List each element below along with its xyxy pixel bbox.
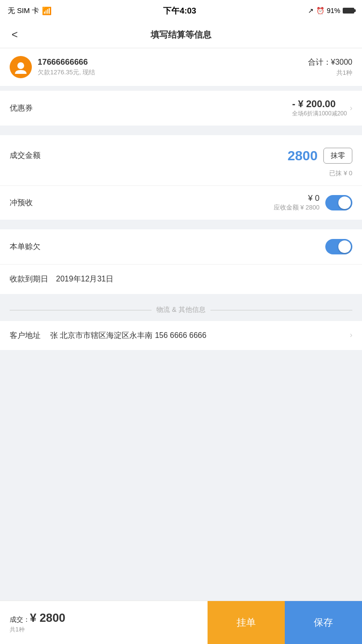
battery-icon xyxy=(343,8,354,14)
empty-space xyxy=(0,350,362,447)
coupon-desc: 全场6折满1000减200 xyxy=(292,110,347,118)
address-chevron-icon: › xyxy=(350,330,352,339)
bottom-deal-amount: ¥ 2800 xyxy=(30,611,65,624)
avatar xyxy=(10,56,32,78)
precollect-toggle-knob xyxy=(338,196,351,209)
duedate-section: 收款到期日 2019年12月31日 xyxy=(0,264,362,294)
precollect-toggle[interactable] xyxy=(325,195,352,210)
round-off-button[interactable]: 抹零 xyxy=(323,148,352,164)
debt-section: 本单赊欠 xyxy=(0,229,362,264)
status-right: ↗ ⏰ 91% xyxy=(308,7,354,14)
user-right: 合计：¥3000 共1种 xyxy=(308,57,353,77)
coupon-row[interactable]: 优惠券 - ¥ 200.00 全场6折满1000减200 › xyxy=(0,91,362,126)
page-title: 填写结算等信息 xyxy=(151,29,211,41)
avatar-icon xyxy=(14,60,28,74)
user-debt: 欠款1276.35元, 现结 xyxy=(38,68,95,77)
bottom-count: 共1种 xyxy=(10,626,198,634)
nav-bar: < 填写结算等信息 xyxy=(0,21,362,48)
svg-point-0 xyxy=(17,62,24,69)
debt-label: 本单赊欠 xyxy=(10,242,41,252)
amount-value: 2800 xyxy=(288,148,318,164)
battery-percent: 91% xyxy=(327,7,340,14)
precollect-label: 冲预收 xyxy=(10,198,33,208)
location-icon: ↗ xyxy=(308,7,314,14)
status-left: 无 SIM 卡 📶 xyxy=(8,6,52,15)
status-time: 下午4:03 xyxy=(163,5,196,16)
status-bar: 无 SIM 卡 📶 下午4:03 ↗ ⏰ 91% xyxy=(0,0,362,21)
precollect-sub: 应收金额 ¥ 2800 xyxy=(274,203,320,212)
precollect-amount: ¥ 0 xyxy=(274,194,320,203)
user-phone: 17666666666 xyxy=(38,57,95,67)
coupon-amount: - ¥ 200.00 xyxy=(292,98,347,110)
alarm-icon: ⏰ xyxy=(316,7,324,14)
logistics-line-right xyxy=(210,310,352,310)
section-divider-2 xyxy=(0,220,362,224)
duedate-label: 收款到期日 xyxy=(10,274,48,284)
bottom-summary: 成交：¥ 2800 共1种 xyxy=(0,611,208,634)
order-count: 共1种 xyxy=(308,69,353,77)
save-button[interactable]: 保存 xyxy=(285,601,362,644)
sim-label: 无 SIM 卡 xyxy=(8,6,39,15)
coupon-chevron-icon: › xyxy=(350,104,352,112)
logistics-line-left xyxy=(10,310,152,310)
debt-toggle[interactable] xyxy=(325,239,352,254)
logistics-section: 物流 & 其他信息 xyxy=(0,299,362,321)
address-value: 张 北京市市辖区海淀区永丰南 156 6666 6666 xyxy=(50,330,345,341)
amount-right: 2800 抹零 xyxy=(288,148,352,164)
section-divider-1 xyxy=(0,130,362,135)
coupon-label: 优惠券 xyxy=(10,103,33,113)
bottom-actions: 挂单 保存 xyxy=(208,601,362,644)
amount-label: 成交金额 xyxy=(10,151,41,161)
order-total: 合计：¥3000 xyxy=(308,57,353,68)
precollect-value-block: ¥ 0 应收金额 ¥ 2800 xyxy=(274,194,320,212)
wifi-icon: 📶 xyxy=(42,6,52,15)
hang-button[interactable]: 挂单 xyxy=(208,601,285,644)
amount-row: 成交金额 2800 抹零 xyxy=(10,143,352,168)
duedate-row: 收款到期日 2019年12月31日 xyxy=(10,274,352,284)
section-divider-3 xyxy=(0,294,362,299)
user-info: 17666666666 欠款1276.35元, 现结 xyxy=(38,57,95,77)
bottom-bar: 成交：¥ 2800 共1种 挂单 保存 xyxy=(0,601,362,644)
user-card: 17666666666 欠款1276.35元, 现结 合计：¥3000 共1种 xyxy=(0,48,362,86)
address-section[interactable]: 客户地址 张 北京市市辖区海淀区永丰南 156 6666 6666 › xyxy=(0,321,362,350)
bottom-deal: 成交：¥ 2800 xyxy=(10,611,198,625)
duedate-value: 2019年12月31日 xyxy=(56,274,113,284)
precollect-section: 冲预收 ¥ 0 应收金额 ¥ 2800 xyxy=(0,185,362,220)
main-content: 17666666666 欠款1276.35元, 现结 合计：¥3000 共1种 … xyxy=(0,48,362,495)
precollect-right: ¥ 0 应收金额 ¥ 2800 xyxy=(274,194,352,212)
address-label: 客户地址 xyxy=(10,330,41,341)
debt-toggle-knob xyxy=(338,240,351,253)
back-button[interactable]: < xyxy=(8,25,22,45)
coupon-right: - ¥ 200.00 全场6折满1000减200 › xyxy=(292,98,352,118)
logistics-label: 物流 & 其他信息 xyxy=(156,306,205,314)
amount-sub: 已抹 ¥ 0 xyxy=(329,169,352,177)
user-left: 17666666666 欠款1276.35元, 现结 xyxy=(10,56,95,78)
amount-section: 成交金额 2800 抹零 已抹 ¥ 0 xyxy=(0,135,362,185)
precollect-row: 冲预收 ¥ 0 应收金额 ¥ 2800 xyxy=(10,194,352,212)
bottom-deal-label: 成交： xyxy=(10,616,30,623)
